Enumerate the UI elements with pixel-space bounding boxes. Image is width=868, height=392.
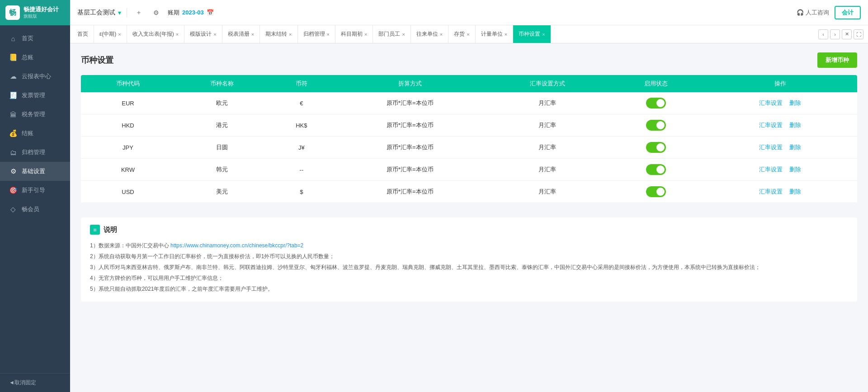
tab-close-counterparty[interactable]: × <box>440 32 443 37</box>
tab-unit[interactable]: 计量单位 × <box>476 25 513 43</box>
rate-setting-link-1[interactable]: 汇率设置 <box>759 122 783 128</box>
sidebar-label-archive: 归档管理 <box>22 148 45 156</box>
tab-close-inventory[interactable]: × <box>467 32 469 37</box>
tab-close-income[interactable]: × <box>176 32 179 37</box>
tab-dept_staff[interactable]: 部门员工 × <box>373 25 410 43</box>
tab-archive_mgr[interactable]: 归档管理 × <box>298 25 335 43</box>
toggle-switch-1[interactable] <box>646 120 666 131</box>
tab-label-dept_staff: 部门员工 <box>378 30 400 38</box>
main-area: 基层工会测试 ▾ ＋ ⚙ 账期 2023-03 📅 🎧 人工咨询 会计 首页ε(… <box>70 0 868 392</box>
cell-3-1: 韩元 <box>175 159 269 181</box>
tab-close-period[interactable]: × <box>118 32 121 37</box>
project-dropdown-icon: ▾ <box>118 9 121 16</box>
toggle-switch-3[interactable] <box>646 164 666 175</box>
tab-close-template[interactable]: × <box>213 32 216 37</box>
topbar-actions: ＋ ⚙ <box>132 6 162 19</box>
sidebar-label-checkout: 结账 <box>22 129 33 137</box>
user-role-button[interactable]: 会计 <box>835 6 861 19</box>
settings-button[interactable]: ⚙ <box>150 6 162 19</box>
cell-2-3: 原币*汇率=本位币 <box>334 137 486 159</box>
tab-inventory[interactable]: 存货 × <box>448 25 475 43</box>
notes-title: ≡ 说明 <box>90 225 848 235</box>
tab-period_end[interactable]: 期末结转 × <box>260 25 297 43</box>
delete-link-3[interactable]: 删除 <box>789 166 801 173</box>
tab-income[interactable]: 收入支出表(年报) × <box>127 25 184 43</box>
table-header-币种名称: 币种名称 <box>175 75 269 92</box>
toggle-switch-4[interactable] <box>646 186 666 197</box>
notes-link[interactable]: https://www.chinamoney.com.cn/chinese/bk… <box>170 242 303 249</box>
help-button[interactable]: 🎧 人工咨询 <box>797 9 829 17</box>
sidebar-item-checkout[interactable]: 💰 结账 <box>0 124 70 143</box>
period-label: 账期 <box>168 9 179 17</box>
tab-tax_clear[interactable]: 税表清册 × <box>222 25 260 43</box>
table-header-币种代码: 币种代码 <box>81 75 175 92</box>
tab-label-currency: 币种设置 <box>519 30 540 38</box>
delete-link-0[interactable]: 删除 <box>789 99 801 106</box>
sidebar-item-archive[interactable]: 🗂 归档管理 <box>0 143 70 162</box>
delete-link-2[interactable]: 删除 <box>789 144 801 151</box>
sidebar-item-member[interactable]: ◇ 畅会员 <box>0 200 70 219</box>
tab-close-tax_clear[interactable]: × <box>251 32 254 37</box>
table-header: 币种代码币种名称币符折算方式汇率设置方式启用状态操作 <box>81 75 857 92</box>
cell-0-4: 月汇率 <box>486 92 609 114</box>
tab-prev-button[interactable]: ‹ <box>818 29 828 39</box>
period-value: 2023-03 <box>182 9 204 16</box>
sidebar-item-invoice[interactable]: 🧾 发票管理 <box>0 86 70 105</box>
table-header-操作: 操作 <box>703 75 857 92</box>
tab-close-dept_staff[interactable]: × <box>402 32 405 37</box>
tab-subject_init[interactable]: 科目期初 × <box>335 25 373 43</box>
cell-actions-4: 汇率设置 删除 <box>703 181 857 203</box>
tab-close-period_end[interactable]: × <box>289 32 292 37</box>
sidebar-label-ledger: 总账 <box>22 53 33 61</box>
sidebar-item-report[interactable]: ☁ 云报表中心 <box>0 67 70 86</box>
cell-actions-0: 汇率设置 删除 <box>703 92 857 114</box>
tab-close-subject_init[interactable]: × <box>364 32 367 37</box>
project-selector[interactable]: 基层工会测试 ▾ <box>77 9 121 17</box>
tab-label-home: 首页 <box>77 30 88 38</box>
sidebar-item-guide[interactable]: 🎯 新手引导 <box>0 181 70 200</box>
app-edition: 旗舰版 <box>24 13 59 19</box>
sidebar-item-ledger[interactable]: 📒 总账 <box>0 48 70 67</box>
sidebar-item-tax[interactable]: 🏛 税务管理 <box>0 105 70 124</box>
tab-counterparty[interactable]: 往来单位 × <box>411 25 448 43</box>
tabbar: 首页ε(中期) ×收入支出表(年报) ×模版设计 ×税表清册 ×期末结转 ×归档… <box>70 25 868 43</box>
delete-link-1[interactable]: 删除 <box>789 122 801 128</box>
tab-close-all-button[interactable]: ✕ <box>842 29 852 39</box>
tab-period[interactable]: ε(中期) × <box>94 25 127 43</box>
toggle-switch-0[interactable] <box>646 98 666 109</box>
tab-home[interactable]: 首页 <box>72 25 94 43</box>
content-header: 币种设置 新增币种 <box>81 52 857 68</box>
tab-label-period_end: 期末结转 <box>265 30 287 38</box>
cell-1-4: 月汇率 <box>486 114 609 137</box>
table-row: JPY日圆J¥原币*汇率=本位币月汇率 汇率设置 删除 <box>81 137 857 159</box>
rate-setting-link-4[interactable]: 汇率设置 <box>759 188 783 195</box>
sidebar-item-settings[interactable]: ⚙ 基础设置 <box>0 162 70 181</box>
toggle-switch-2[interactable] <box>646 142 666 153</box>
calendar-icon[interactable]: 📅 <box>207 9 214 16</box>
sidebar-footer-label: ◄取消固定 <box>9 379 36 387</box>
cell-2-4: 月汇率 <box>486 137 609 159</box>
notes-item-0: 1）数据来源：中国外汇交易中心 https://www.chinamoney.c… <box>90 240 848 251</box>
tab-close-unit[interactable]: × <box>505 32 507 37</box>
tab-template[interactable]: 模版设计 × <box>184 25 222 43</box>
app-name: 畅捷通好会计 <box>24 6 59 14</box>
new-currency-button[interactable]: 新增币种 <box>817 52 857 68</box>
delete-link-4[interactable]: 删除 <box>789 188 801 195</box>
rate-setting-link-2[interactable]: 汇率设置 <box>759 144 783 151</box>
rate-setting-link-3[interactable]: 汇率设置 <box>759 166 783 173</box>
toggle-slider-0 <box>646 98 666 109</box>
cell-4-3: 原币*汇率=本位币 <box>334 181 486 203</box>
sidebar-footer-toggle[interactable]: ◄取消固定 <box>0 373 70 392</box>
toggle-slider-3 <box>646 164 666 175</box>
rate-setting-link-0[interactable]: 汇率设置 <box>759 99 783 106</box>
sidebar-label-settings: 基础设置 <box>22 167 45 175</box>
tab-currency[interactable]: 币种设置 × <box>513 25 551 43</box>
sidebar-label-invoice: 发票管理 <box>22 91 45 99</box>
tab-close-currency[interactable]: × <box>542 32 545 37</box>
cell-1-3: 原币*汇率=本位币 <box>334 114 486 137</box>
tab-expand-button[interactable]: ⛶ <box>854 29 863 39</box>
tab-close-archive_mgr[interactable]: × <box>327 32 330 37</box>
add-tab-button[interactable]: ＋ <box>132 6 145 19</box>
tab-next-button[interactable]: › <box>830 29 840 39</box>
sidebar-item-home[interactable]: ⌂ 首页 <box>0 29 70 48</box>
